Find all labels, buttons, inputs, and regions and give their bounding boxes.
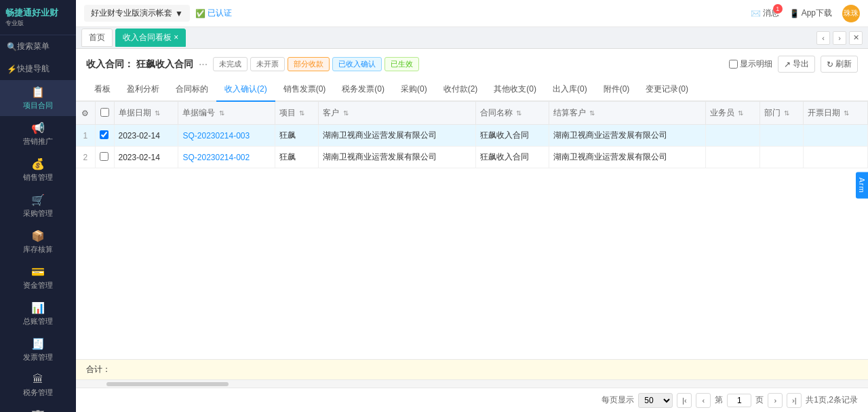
status-incomplete[interactable]: 未完成	[213, 57, 248, 71]
page-label: 第	[715, 394, 723, 406]
first-page-btn[interactable]: |‹	[677, 393, 692, 408]
tab-close-btn[interactable]: ✕	[849, 31, 863, 45]
horizontal-scrollbar[interactable]	[106, 382, 229, 386]
sub-tab-sales-invoice[interactable]: 销售发票(0)	[275, 78, 334, 102]
per-page-select[interactable]: 50 100 200	[638, 393, 673, 408]
bill-no-link-1[interactable]: SQ-20230214-003	[182, 131, 250, 141]
sidebar-item-ledger[interactable]: 📊 总账管理	[0, 296, 76, 332]
row-check-2[interactable]	[95, 147, 114, 168]
status-uninvoiced[interactable]: 未开票	[250, 57, 285, 71]
company-selector[interactable]: 好业财专业版演示帐套 ▼	[84, 5, 190, 22]
sort-date-icon[interactable]: ⇅	[155, 109, 160, 117]
sort-customer-icon[interactable]: ⇅	[343, 109, 349, 117]
current-page-input[interactable]: 1	[727, 394, 751, 407]
tab-next-btn[interactable]: ›	[833, 31, 846, 45]
select-all-checkbox[interactable]	[100, 108, 109, 117]
sidebar-item-sales[interactable]: 💰 销售管理	[0, 152, 76, 188]
sort-invoicedate-icon[interactable]: ⇅	[844, 109, 849, 117]
sidebar-item-inventory[interactable]: 📦 库存核算	[0, 224, 76, 260]
row-dept-1	[760, 125, 803, 147]
sub-tab-tax-invoice[interactable]: 税务发票(0)	[334, 78, 393, 102]
search-icon: 🔍	[7, 42, 17, 52]
last-page-btn[interactable]: ›|	[787, 393, 802, 408]
tab-prev-btn[interactable]: ‹	[816, 31, 830, 45]
prev-page-btn[interactable]: ‹	[696, 393, 711, 408]
row-checkbox-2[interactable]	[100, 152, 108, 161]
sub-tab-payment[interactable]: 收付款(2)	[435, 78, 486, 102]
th-checkbox	[95, 102, 114, 125]
phone-icon: 📱	[789, 9, 800, 18]
row-customer-2: 湖南卫视商业运营发展有限公司	[319, 147, 475, 168]
sub-tab-subject[interactable]: 合同标的	[167, 78, 216, 102]
sidebar-item-marketing[interactable]: 📢 营销推广	[0, 116, 76, 152]
page-suffix: 页	[755, 394, 764, 406]
sidebar-quick-nav[interactable]: ⚡ 快捷导航	[0, 58, 76, 80]
tab-income-contract[interactable]: 收入合同看板 ×	[115, 29, 186, 47]
more-options-btn[interactable]: ···	[199, 58, 208, 71]
row-invoicedate-1	[803, 125, 867, 147]
content-area: 收入合同： 狂飙收入合同 ··· 未完成 未开票 部分收款 已收入确认 已生效 …	[76, 49, 868, 412]
sub-tab-warehouse[interactable]: 出入库(0)	[545, 78, 595, 102]
row-num-2: 2	[76, 147, 95, 168]
message-btn[interactable]: ✉️ 消息 1	[751, 7, 779, 19]
status-confirmed[interactable]: 已收入确认	[332, 57, 382, 71]
sub-tab-profit[interactable]: 盈利分析	[119, 78, 167, 102]
row-date-2: 2023-02-14	[114, 147, 178, 168]
status-partial-payment[interactable]: 部分收款	[288, 57, 330, 71]
app-download-btn[interactable]: 📱 App下载	[789, 7, 832, 19]
sidebar-item-invoice[interactable]: 🧾 发票管理	[0, 332, 76, 368]
sub-tab-purchase[interactable]: 采购(0)	[393, 78, 435, 102]
table-container: ⚙ 单据日期 ⇅ 单据编号 ⇅	[76, 102, 868, 359]
next-page-btn[interactable]: ›	[768, 393, 783, 408]
row-billno-1: SQ-20230214-003	[178, 125, 275, 147]
project-contract-icon: 📋	[31, 86, 45, 98]
th-contract-name: 合同名称 ⇅	[475, 102, 549, 125]
sort-project-icon[interactable]: ⇅	[299, 109, 304, 117]
user-menu[interactable]: 珠珠	[842, 5, 860, 22]
tax-icon: 🏛	[33, 373, 43, 386]
sort-dept-icon[interactable]: ⇅	[784, 109, 789, 117]
certified-check-icon: ✅	[195, 9, 205, 18]
sort-settlement-icon[interactable]: ⇅	[589, 109, 595, 117]
th-settings: ⚙	[76, 102, 95, 125]
sub-tab-other[interactable]: 其他收支(0)	[486, 78, 545, 102]
row-dept-2	[760, 147, 803, 168]
scroll-bar-area[interactable]	[76, 379, 868, 388]
row-invoicedate-2	[803, 147, 867, 168]
per-page-label: 每页显示	[601, 394, 634, 406]
bill-no-link-2[interactable]: SQ-20230214-002	[182, 153, 250, 162]
certified-badge: ✅ 已认证	[195, 7, 232, 19]
sub-tab-dashboard[interactable]: 看板	[86, 78, 119, 102]
sidebar-item-fixed-assets[interactable]: 🏢 固定资产	[0, 403, 76, 412]
table-row[interactable]: 2 2023-02-14 SQ-20230214-002 狂飙 湖南卫视商业运营…	[76, 147, 868, 168]
status-effective[interactable]: 已生效	[384, 57, 419, 71]
sub-tab-attachment[interactable]: 附件(0)	[595, 78, 638, 102]
row-check-1[interactable]	[95, 125, 114, 147]
sub-tab-income-confirm[interactable]: 收入确认(2)	[216, 78, 275, 102]
sidebar-item-tax[interactable]: 🏛 税务管理	[0, 368, 76, 403]
sidebar-search[interactable]: 🔍 搜索菜单	[0, 35, 76, 58]
sub-tab-change-log[interactable]: 变更记录(0)	[637, 78, 696, 102]
status-buttons: 未完成 未开票 部分收款 已收入确认 已生效	[213, 57, 419, 71]
column-settings-icon[interactable]: ⚙	[81, 109, 89, 118]
logo: 畅捷通好业财 专业版	[0, 0, 76, 35]
message-icon: ✉️	[751, 9, 761, 18]
show-detail-checkbox[interactable]	[729, 60, 738, 69]
sidebar-item-funds[interactable]: 💳 资金管理	[0, 260, 76, 296]
purchase-icon: 🛒	[31, 193, 45, 206]
right-float-button[interactable]: Arm	[856, 172, 868, 199]
row-checkbox-1[interactable]	[100, 130, 108, 139]
sort-contract-icon[interactable]: ⇅	[516, 109, 521, 117]
quick-nav-icon: ⚡	[7, 64, 17, 74]
sort-billno-icon[interactable]: ⇅	[219, 109, 224, 117]
refresh-btn[interactable]: ↻ 刷新	[821, 56, 858, 73]
tab-home[interactable]: 首页	[81, 29, 113, 47]
show-detail-checkbox-label[interactable]: 显示明细	[729, 58, 772, 70]
sidebar-item-project-contract[interactable]: 📋 项目合同	[0, 80, 76, 116]
row-salesperson-1	[706, 125, 760, 147]
sort-salesperson-icon[interactable]: ⇅	[738, 109, 743, 117]
sidebar: 畅捷通好业财 专业版 🔍 搜索菜单 ⚡ 快捷导航 📋 项目合同 📢 营销推广 💰…	[0, 0, 76, 412]
export-btn[interactable]: ↗ 导出	[778, 56, 815, 73]
sidebar-item-purchase[interactable]: 🛒 采购管理	[0, 188, 76, 224]
table-row[interactable]: 1 2023-02-14 SQ-20230214-003 狂飙 湖南卫视商业运营…	[76, 125, 868, 147]
